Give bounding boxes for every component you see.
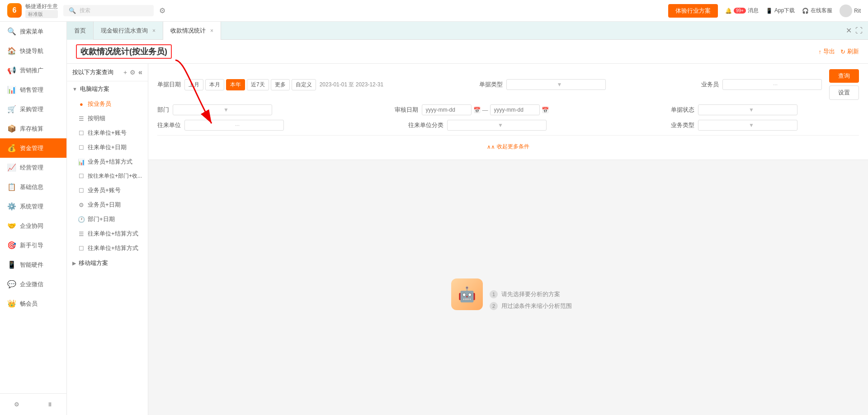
scheme-item-by-detail[interactable]: ☰ 按明细 <box>67 111 148 126</box>
review-date-from-input[interactable] <box>422 104 472 115</box>
calendar-from-icon[interactable]: 📅 <box>473 107 481 113</box>
partner-more-icon[interactable]: ··· <box>235 122 280 128</box>
sidebar-item-label: 系统管理 <box>20 203 43 211</box>
scheme-item-partner-dept[interactable]: ☐ 按往来单位+部门+收... <box>67 169 148 183</box>
page-title: 收款情况统计(按业务员) <box>76 44 172 59</box>
step-num-2: 2 <box>490 302 498 310</box>
date-from-text: 2023-01-01 <box>320 81 347 88</box>
scheme-group-mobile-header[interactable]: ▶ 移动端方案 <box>67 255 148 271</box>
notification-icon: 🔔 <box>725 8 732 14</box>
search-icon: 🔍 <box>69 7 76 14</box>
btn-custom[interactable]: 自定义 <box>292 79 316 90</box>
user-name: Rit <box>854 8 861 14</box>
sidebar-item-wechat[interactable]: 💬 企业微信 <box>0 274 66 294</box>
settings-gear-icon[interactable]: ⚙ <box>159 6 165 15</box>
export-button[interactable]: ↑ 导出 <box>819 47 835 56</box>
sidebar-item-sales[interactable]: 📊 销售管理 <box>0 80 66 99</box>
scheme-item-label: 业务员+账号 <box>88 186 121 194</box>
date-to-text: 2023-12-31 <box>356 81 383 88</box>
tab-bank-flow[interactable]: 现金银行流水查询 × <box>94 22 163 40</box>
sidebar-item-system[interactable]: ⚙️ 系统管理 <box>0 197 66 216</box>
doc-status-select[interactable]: ▼ <box>698 104 797 115</box>
guide-icon: 🎯 <box>7 241 16 250</box>
window-maximize-icon[interactable]: ⛶ <box>855 27 863 35</box>
scheme-item-label: 业务员+结算方式 <box>88 158 132 166</box>
doc-status-label: 单据状态 <box>671 106 694 114</box>
tab-collection-stats[interactable]: 收款情况统计 × <box>163 22 221 40</box>
trial-button[interactable]: 体验行业方案 <box>668 4 718 18</box>
sidebar-settings-btn[interactable]: ⚙ <box>0 397 33 411</box>
filter-panel-header: 按以下方案查询 + ⚙ « <box>67 64 148 81</box>
filter-panel: 按以下方案查询 + ⚙ « ▼ 电脑端方案 ● 按业务员 ☰ <box>67 64 148 415</box>
biz-type-select[interactable]: ▼ <box>698 120 797 131</box>
download-icon: 📱 <box>766 8 773 14</box>
sidebar-item-quick-nav[interactable]: 🏠 快捷导航 <box>0 41 66 61</box>
salesperson-more-icon[interactable]: ··· <box>773 81 818 88</box>
window-close-icon[interactable]: ✕ <box>846 26 852 35</box>
review-date-input-group: 📅 — 📅 <box>422 104 549 115</box>
scheme-item-dept-date[interactable]: 🕐 部门+日期 <box>67 212 148 226</box>
sidebar-item-search-menu[interactable]: 🔍 搜索菜单 <box>0 22 66 41</box>
scheme-item-partner-account[interactable]: ☐ 往来单位+账号 <box>67 126 148 140</box>
scheme-item-salesperson-settlement[interactable]: 📊 业务员+结算方式 <box>67 155 148 169</box>
scheme-group-desktop-header[interactable]: ▼ 电脑端方案 <box>67 81 148 97</box>
query-button[interactable]: 查询 <box>829 69 859 83</box>
user-avatar <box>840 5 852 17</box>
salesperson-label: 业务员 <box>701 80 719 89</box>
sidebar-item-marketing[interactable]: 📢 营销推广 <box>0 61 66 80</box>
partner-select[interactable]: ··· <box>184 120 284 131</box>
scheme-icon: ☰ <box>78 115 85 122</box>
main-content: 首页 现金银行流水查询 × 收款情况统计 × ✕ ⛶ 收款情况统计(按业务员) … <box>67 22 868 415</box>
btn-prev-month[interactable]: 上月 <box>184 79 203 90</box>
btn-last-7-days[interactable]: 近7天 <box>247 79 269 90</box>
sidebar-item-enterprise[interactable]: 🤝 企业协同 <box>0 216 66 236</box>
btn-this-year[interactable]: 本年 <box>226 79 245 90</box>
scheme-item-salesperson-date[interactable]: ⚙ 业务员+日期 <box>67 198 148 212</box>
review-date-to-input[interactable] <box>490 104 540 115</box>
btn-this-month[interactable]: 本月 <box>205 79 224 90</box>
fund-icon: 💰 <box>7 144 16 152</box>
settings-button[interactable]: 设置 <box>829 85 859 100</box>
marketing-icon: 📢 <box>7 66 16 75</box>
sidebar-collapse-btn[interactable]: ⏸ <box>33 397 67 411</box>
collapse-up-icon: ∧∧ <box>487 144 495 150</box>
export-icon: ↑ <box>819 48 822 55</box>
scheme-item-partner-date[interactable]: ☐ 往来单位+日期 <box>67 140 148 155</box>
calendar-to-icon[interactable]: 📅 <box>542 107 549 113</box>
scheme-settings-icon[interactable]: ⚙ <box>130 69 136 76</box>
sidebar-item-operation[interactable]: 📈 经营管理 <box>0 158 66 177</box>
sidebar-item-smart-hw[interactable]: 📱 智能硬件 <box>0 255 66 274</box>
scheme-item-partner-settlement2[interactable]: ☐ 往来单位+结算方式 <box>67 241 148 255</box>
tab-collection-stats-close[interactable]: × <box>210 28 213 34</box>
collapse-more-btn[interactable]: ∧∧ 收起更多条件 <box>483 139 533 154</box>
sidebar-item-label: 新手引导 <box>20 241 43 250</box>
tab-home[interactable]: 首页 <box>67 22 94 40</box>
partner-category-select[interactable]: ▼ <box>447 120 547 131</box>
sidebar-item-inventory[interactable]: 📦 库存核算 <box>0 119 66 138</box>
online-service-item[interactable]: 🎧 在线客服 <box>802 7 832 14</box>
btn-more[interactable]: 更多 <box>271 79 290 90</box>
salesperson-select[interactable]: ··· <box>722 79 822 90</box>
scheme-item-partner-settlement1[interactable]: ☰ 往来单位+结算方式 <box>67 226 148 241</box>
user-item[interactable]: Rit <box>840 5 861 17</box>
dept-select[interactable]: ▼ <box>173 104 272 115</box>
app-brand-text: 畅捷通好生意 <box>25 3 58 10</box>
scheme-item-salesperson-account[interactable]: ☐ 业务员+账号 <box>67 183 148 198</box>
scheme-collapse-icon[interactable]: « <box>138 68 142 76</box>
sidebar-item-member[interactable]: 👑 畅会员 <box>0 294 66 313</box>
sidebar-item-fund[interactable]: 💰 资金管理 <box>0 138 66 158</box>
system-icon: ⚙️ <box>7 202 16 211</box>
doc-type-select[interactable]: ▼ <box>506 79 606 90</box>
header-search-area[interactable]: 🔍 搜索 <box>63 5 154 16</box>
sidebar-item-basic-info[interactable]: 📋 基础信息 <box>0 177 66 197</box>
refresh-button[interactable]: ↻ 刷新 <box>840 47 859 56</box>
tab-bank-flow-close[interactable]: × <box>152 28 156 34</box>
add-scheme-icon[interactable]: + <box>123 69 127 76</box>
sidebar-item-purchase[interactable]: 🛒 采购管理 <box>0 99 66 119</box>
sidebar-item-guide[interactable]: 🎯 新手引导 <box>0 236 66 255</box>
scheme-group-desktop: ▼ 电脑端方案 ● 按业务员 ☰ 按明细 ☐ 往来单位+账号 ☐ 往来单位+ <box>67 81 148 255</box>
notification-item[interactable]: 🔔 99+ 消息 <box>725 7 759 14</box>
scheme-item-by-salesperson[interactable]: ● 按业务员 <box>67 97 148 111</box>
app-download-item[interactable]: 📱 App下载 <box>766 7 795 14</box>
dept-chevron: ▼ <box>223 107 268 113</box>
